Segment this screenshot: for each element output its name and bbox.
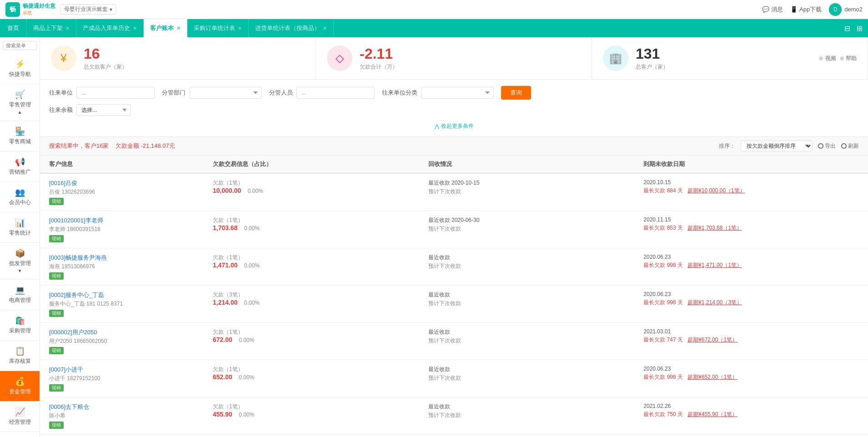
sidebar-item-member-center[interactable]: 👥 会员中心	[0, 182, 40, 212]
tab-incoming-summary[interactable]: 进货单统计表（按商品） ✕	[249, 19, 334, 37]
customer-name-link[interactable]: [0016]吕俊	[49, 180, 77, 186]
download-icon: 📱	[790, 6, 798, 13]
card-info-debt-customers: 16 总欠款客户（家）	[84, 45, 305, 71]
sidebar-item-marketing[interactable]: 📢 营销推广	[0, 151, 40, 182]
customer-name-link[interactable]: [000002]用户2050	[49, 329, 97, 336]
tab-customer-account[interactable]: 客户账本 ✕	[144, 19, 187, 37]
due-date: 2020.06.23	[643, 366, 859, 372]
balance-select[interactable]: 选择...	[76, 104, 131, 116]
badge-xian: 现销	[49, 422, 64, 429]
customer-name-link[interactable]: [0003]畅捷服务尹海燕	[49, 254, 107, 261]
collapse-bar[interactable]: ⋀ 收起更多条件	[49, 121, 859, 132]
window-restore-icon[interactable]: ⊟	[843, 24, 852, 33]
sidebar-item-retail-mgmt[interactable]: 🛒 零售管理 ▲	[0, 84, 40, 121]
overdue-link[interactable]: 超期¥10,000.00（1笔）	[687, 187, 745, 194]
main-layout: ⚡ 快捷导航 🛒 零售管理 ▲ 🏪 零售商城 📢 营销推广 👥 会员中心 📊 零…	[0, 37, 868, 437]
message-btn[interactable]: 💬 消息	[762, 5, 783, 14]
customer-name-link[interactable]: [0007]小进千	[49, 366, 83, 373]
close-icon[interactable]: ✕	[133, 25, 137, 31]
close-icon[interactable]: ✕	[238, 25, 242, 31]
sidebar-item-wholesale-mgmt[interactable]: 📦 批发管理 ▼	[0, 243, 40, 280]
export-button[interactable]: 导出	[818, 142, 836, 150]
debt-cell: 欠款（1笔） 652.00 0.00%	[213, 366, 428, 381]
customer-cell: [0002]服务中心_丁磊 服务中心_丁磊 181 0125 8371 现销	[49, 291, 213, 317]
logo-area: 畅 畅捷通好生意 示范	[5, 2, 55, 17]
from-unit-input[interactable]	[76, 87, 155, 99]
unit-type-select[interactable]	[421, 87, 494, 99]
customer-cell: [0007]小进千 小进千 18279152100 现销	[49, 366, 213, 392]
card-icon-building: 🏢	[603, 45, 628, 71]
sidebar-item-operations[interactable]: 📈 经营管理	[0, 402, 40, 432]
customer-sub-info: 陈小希	[49, 412, 213, 420]
collection-cell: 最近收款 预计下次收款	[428, 366, 644, 382]
download-btn[interactable]: 📱 App下载	[790, 5, 822, 14]
top-bar-left: 畅 畅捷通好生意 示范 母婴行业演示账套 ▾	[5, 2, 116, 17]
sidebar-search-area	[0, 37, 40, 54]
sidebar: ⚡ 快捷导航 🛒 零售管理 ▲ 🏪 零售商城 📢 营销推广 👥 会员中心 📊 零…	[0, 37, 40, 437]
sort-select[interactable]: 按欠款金额倒序排序	[741, 141, 813, 151]
sidebar-item-purchase-mgmt[interactable]: 🛍️ 采购管理	[0, 310, 40, 341]
close-icon[interactable]: ✕	[176, 25, 181, 31]
col-due-date: 到期未收款日期	[643, 160, 859, 168]
sidebar-item-finance[interactable]: 💰 资金管理	[0, 371, 40, 402]
refresh-button[interactable]: 刷新	[841, 142, 859, 150]
sidebar-item-retail-stats[interactable]: 📊 零售统计	[0, 212, 40, 243]
customer-name-link[interactable]: [0001020001]李老师	[49, 217, 103, 224]
user-menu[interactable]: D demo2	[829, 3, 863, 16]
customer-name-link[interactable]: [0002]服务中心_丁磊	[49, 291, 104, 298]
customer-name-link[interactable]: [0006]去下粮仓	[49, 403, 89, 410]
close-icon[interactable]: ✕	[323, 25, 327, 31]
tab-purchase-summary[interactable]: 采购订单统计表 ✕	[187, 19, 249, 37]
due-cell: 2020.10.15 最长欠款 884 天 超期¥10,000.00（1笔）	[643, 179, 859, 195]
tab-products-offline[interactable]: 商品上下架 ✕	[27, 19, 76, 37]
sidebar-item-ecommerce[interactable]: 💻 电商管理	[0, 280, 40, 310]
tab-home[interactable]: 首页	[0, 19, 27, 37]
overdue-link[interactable]: 超期¥1,703.68（1笔）	[687, 225, 742, 231]
sidebar-item-quick-nav[interactable]: ⚡ 快捷导航	[0, 54, 40, 84]
debt-desc: 欠款（1笔）	[213, 216, 428, 224]
last-payment: 最近收款 2020-10-15	[428, 179, 644, 187]
sidebar-item-inventory[interactable]: 📋 库存核算	[0, 341, 40, 371]
overdue-link[interactable]: 超期¥455.90（1笔）	[687, 411, 738, 417]
next-payment: 预计下次收款	[428, 412, 644, 419]
col-debt-info: 欠款交易信息（占比）	[213, 160, 428, 168]
window-maximize-icon[interactable]: ⊞	[855, 24, 864, 33]
overdue-link[interactable]: 超期¥1,471.00（1笔）	[687, 262, 742, 268]
results-info: 搜索结果中，客户16家 欠款金额 -21,148.07元	[49, 142, 175, 150]
main-content: ¥ 16 总欠款客户（家） ◇ -2.11 欠款合计（万） 🏢 131 总客户（…	[40, 37, 868, 437]
person-input[interactable]	[296, 87, 375, 99]
collection-cell: 最近收款 预计下次收款	[428, 291, 644, 307]
overdue-link[interactable]: 超期¥1,214.00（3笔）	[687, 299, 742, 306]
customer-sub-info: 用户2050 18665062050	[49, 337, 213, 345]
debt-percent: 0.00%	[239, 374, 254, 381]
overdue-link[interactable]: 超期¥672.00（1笔）	[687, 337, 738, 343]
close-icon[interactable]: ✕	[65, 25, 70, 31]
help-link[interactable]: ⊙ 帮助	[840, 55, 857, 62]
tab-production-history[interactable]: 产成品入库单历史 ✕	[76, 19, 144, 37]
data-table: 客户信息 欠款交易信息（占比） 回收情况 到期未收款日期 [0016]吕俊 吕俊…	[40, 156, 868, 437]
next-payment: 预计下次收款	[428, 225, 644, 233]
video-link[interactable]: ⊙ 视频	[819, 55, 836, 62]
overdue-link[interactable]: 超期¥652.00（1笔）	[687, 374, 738, 380]
sort-label: 排序：	[719, 142, 735, 150]
sidebar-item-retail-mall[interactable]: 🏪 零售商城	[0, 121, 40, 151]
last-payment: 最近收款	[428, 291, 644, 299]
total-customers-label: 总客户（家）	[636, 63, 812, 71]
overdue-info: 最长欠款 998 天 超期¥652.00（1笔）	[643, 373, 859, 381]
debt-total-number: -2.11	[360, 45, 581, 62]
customer-sub-info: 吕俊 13026203696	[49, 188, 213, 196]
search-input[interactable]	[3, 41, 37, 50]
search-button[interactable]: 查询	[501, 86, 531, 100]
debt-cell: 欠款（3笔） 1,214.00 0.00%	[213, 291, 428, 306]
collection-cell: 最近收款 2020-06-30 预计下次收款	[428, 216, 644, 233]
dept-select[interactable]	[189, 87, 262, 99]
member-center-icon: 👥	[2, 187, 38, 197]
collapse-text: 收起更多条件	[441, 122, 474, 130]
store-selector[interactable]: 母婴行业演示账套 ▾	[60, 4, 116, 15]
sidebar-item-basic-info[interactable]: 🗂️ 基础信息	[0, 432, 40, 437]
next-payment: 预计下次收款	[428, 337, 644, 345]
customer-cell: [000002]用户2050 用户2050 18665062050 现销	[49, 328, 213, 354]
filter-balance: 往来余额 选择...	[49, 104, 131, 116]
avatar: D	[829, 3, 842, 16]
due-cell: 2021.02.26 最长欠款 750 天 超期¥455.90（1笔）	[643, 403, 859, 418]
